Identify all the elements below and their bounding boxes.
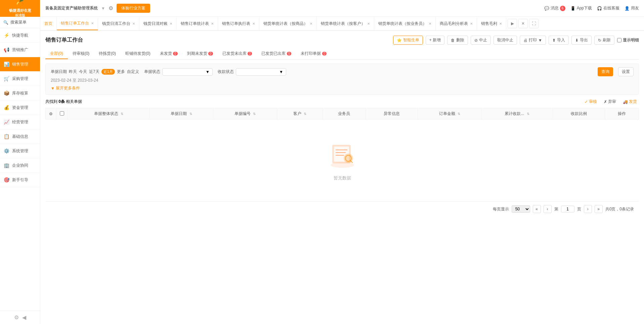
select-all-checkbox[interactable]: [60, 111, 64, 116]
expand-conditions-btn[interactable]: ▼ 展开更多条件: [51, 85, 634, 91]
cancel-suspend-btn[interactable]: 取消中止: [493, 36, 517, 45]
payment-select[interactable]: ▼: [236, 68, 286, 76]
filter-tab-all[interactable]: 全部(0): [45, 49, 68, 59]
industry-solution-btn[interactable]: 体验行业方案: [117, 4, 150, 13]
sidebar-item-guide[interactable]: 🎯 新手引导: [0, 173, 40, 187]
tab-home[interactable]: 首页: [40, 17, 57, 30]
export-btn[interactable]: ⬇ 导出: [571, 36, 592, 45]
filter-tab-not-printed[interactable]: 未打印单据 0: [296, 49, 331, 59]
show-detail-checkbox-label[interactable]: 显示明细: [617, 37, 639, 43]
date-custom[interactable]: 自定义: [127, 69, 139, 75]
tab-sales-stat-product[interactable]: 销货单统计表（按商品） ✕: [259, 17, 317, 30]
sidebar-item-system[interactable]: ⚙️ 系统管理: [0, 144, 40, 158]
tab-close-icon[interactable]: ✕: [429, 22, 431, 26]
sidebar-item-marketing[interactable]: 📢 营销推广: [0, 43, 40, 57]
tab-close-icon[interactable]: ✕: [211, 22, 214, 26]
sidebar-item-inventory[interactable]: 📦 库存核算: [0, 86, 40, 100]
tab-sales-stats[interactable]: 销售订单统计表 ✕: [177, 17, 218, 30]
print-btn[interactable]: 🖨 打印 ▼: [520, 36, 546, 45]
page-suffix: 页: [577, 206, 581, 212]
print-dropdown-icon: ▼: [538, 38, 542, 43]
filter-tab-not-shipped[interactable]: 未发货 0: [155, 49, 182, 59]
filter-tab-overdue[interactable]: 到期未发货 0: [182, 49, 218, 59]
tab-label: 销售订单工作台: [61, 21, 89, 26]
tab-close-icon[interactable]: ✕: [132, 22, 135, 26]
abandon-review-btn[interactable]: ✗ 弃审: [602, 98, 618, 105]
inventory-icon: 📦: [3, 90, 9, 96]
tab-gross-profit[interactable]: 商品毛利分析表 ✕: [436, 17, 477, 30]
per-page-label: 每页显示: [493, 206, 509, 212]
sidebar-item-enterprise[interactable]: 🏢 企业协同: [0, 158, 40, 173]
topbar-dropdown-btn[interactable]: ▼: [101, 6, 105, 11]
collapse-btn[interactable]: ◀: [22, 314, 26, 321]
smart-create-btn[interactable]: ⭐ 智能生单: [393, 36, 423, 45]
status-select[interactable]: ▼: [162, 68, 213, 76]
tab-sales-exec[interactable]: 销售订单执行表 ✕: [218, 17, 259, 30]
filter-tab-shipped-not-wh[interactable]: 已发货未出库 0: [218, 49, 257, 59]
suspend-btn[interactable]: ⊘ 中止: [471, 36, 491, 45]
sidebar-item-label: 资金管理: [12, 105, 28, 111]
settings-icon[interactable]: ⚙: [109, 5, 113, 11]
sidebar-item-basic[interactable]: 📋 基础信息: [0, 129, 40, 144]
add-btn[interactable]: + 新增: [426, 36, 444, 45]
tabs-close-all-btn[interactable]: ✕: [518, 19, 528, 28]
date-today[interactable]: 今天: [79, 69, 87, 75]
tab-label: 销货单统计表（按业务员）: [378, 21, 427, 27]
tab-sales-workbench[interactable]: 销售订单工作台 ✕: [57, 17, 98, 30]
sidebar-item-purchase[interactable]: 🛒 采购管理: [0, 72, 40, 86]
tab-sales-stat-staff[interactable]: 销货单统计表（按业务员） ✕: [374, 17, 436, 30]
tabs-scroll-right-btn[interactable]: ▶: [508, 19, 517, 28]
tab-close-icon[interactable]: ✕: [367, 22, 370, 26]
date-more[interactable]: 更多: [117, 69, 125, 75]
tab-sales-profit[interactable]: 销售毛利 ✕: [477, 17, 506, 30]
filter-tab-wangpu[interactable]: 旺铺待发货(0): [121, 49, 155, 59]
query-btn[interactable]: 查询: [598, 67, 613, 76]
page-title: 销售订单工作台: [45, 37, 83, 44]
sidebar-search[interactable]: 🔍 搜索菜单: [0, 17, 40, 28]
date-1month[interactable]: 近1月: [101, 69, 115, 75]
settings-bottom-btn[interactable]: ⚙: [14, 314, 19, 321]
date-7days[interactable]: 近7天: [89, 69, 99, 75]
filter-tab-pending-inspect[interactable]: 待拣货(0): [94, 49, 121, 59]
page-last-btn[interactable]: »: [595, 205, 603, 213]
message-label: 消息: [551, 5, 559, 11]
app-download-btn[interactable]: 📱 App下载: [570, 5, 592, 11]
tab-cash-daily[interactable]: 钱货日清工作台 ✕: [98, 17, 139, 30]
page-size-select[interactable]: 50 20 100: [512, 205, 530, 213]
filter-tab-pending-review[interactable]: 待审核(0): [68, 49, 94, 59]
sidebar-item-sales[interactable]: 📊 销售管理: [0, 57, 40, 72]
sidebar-item-quick-nav[interactable]: ⚡ 快捷导航: [0, 28, 40, 43]
online-service-btn[interactable]: 🎧 在线客服: [597, 5, 619, 11]
user-profile-btn[interactable]: 👤 用友: [625, 5, 639, 11]
filter-tab-shipped-wh[interactable]: 已发货已出库 0: [257, 49, 296, 59]
col-customer: 客户 ⇅: [277, 108, 323, 120]
import-btn[interactable]: ⬆ 导入: [549, 36, 569, 45]
tab-sales-stat-customer[interactable]: 销货单统计表（按客户） ✕: [317, 17, 374, 30]
sidebar-item-operation[interactable]: 📈 经营管理: [0, 115, 40, 129]
ship-btn[interactable]: 🚚 发货: [621, 98, 639, 105]
refresh-btn[interactable]: ↻ 刷新: [594, 36, 614, 45]
tab-close-icon[interactable]: ✕: [470, 22, 473, 26]
page-input[interactable]: [561, 206, 574, 212]
page-first-btn[interactable]: «: [533, 205, 541, 213]
tab-close-icon[interactable]: ✕: [499, 22, 502, 26]
tab-close-icon[interactable]: ✕: [252, 22, 255, 26]
tab-cash-reconcile[interactable]: 钱货日清对账 ✕: [139, 17, 177, 30]
message-btn[interactable]: 💬 消息 6: [544, 5, 565, 11]
search-icon: 🔍: [3, 20, 8, 25]
delete-btn[interactable]: 🗑 删除: [447, 36, 468, 45]
shipped-wh-badge: 0: [287, 52, 292, 55]
tabs-maximize-btn[interactable]: ⛶: [529, 19, 539, 28]
show-detail-checkbox[interactable]: [617, 38, 621, 42]
col-settings[interactable]: ⚙: [46, 108, 56, 120]
page-prev-btn[interactable]: ‹: [544, 205, 552, 213]
date-yesterday[interactable]: 昨天: [69, 69, 77, 75]
setting-btn[interactable]: 设置: [618, 67, 634, 76]
tab-close-icon[interactable]: ✕: [170, 22, 172, 26]
tab-close-icon[interactable]: ✕: [310, 22, 312, 26]
review-btn[interactable]: ✓ 审核: [583, 98, 599, 105]
sidebar-item-finance[interactable]: 💰 资金管理: [0, 100, 40, 115]
headset-icon: 🎧: [597, 6, 602, 11]
tab-close-icon[interactable]: ✕: [91, 22, 94, 25]
page-next-btn[interactable]: ›: [584, 205, 592, 213]
